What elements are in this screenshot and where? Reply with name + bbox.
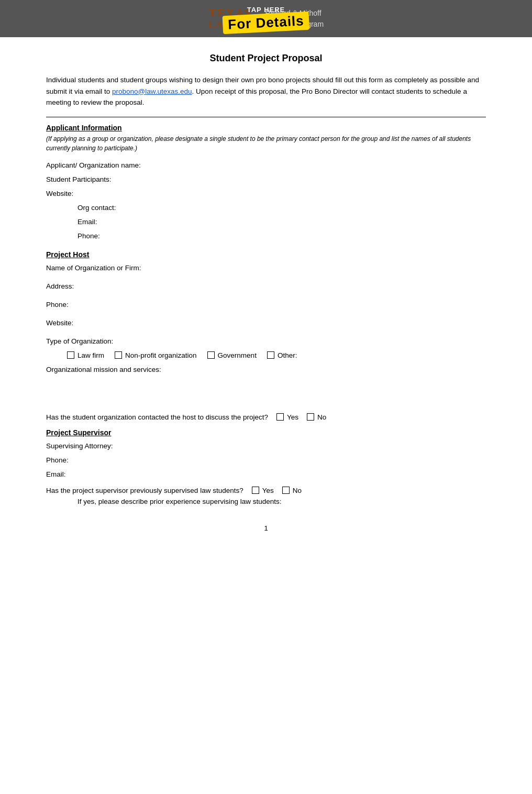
prev-supervised-row: Has the project supervisor previously su… [46, 487, 486, 494]
checkbox-box-contact-yes[interactable] [276, 413, 284, 421]
contact-no-label: No [317, 413, 326, 421]
checkbox-box-contact-no[interactable] [307, 413, 314, 421]
contact-question-text: Has the student organization contacted t… [46, 413, 268, 421]
checkbox-box-supervised-yes[interactable] [252, 487, 259, 494]
tap-overlay[interactable]: TAP HERE For Details [223, 6, 309, 32]
applicant-org-name: Applicant/ Organization name: [46, 158, 486, 172]
host-phone: Phone: [46, 297, 486, 312]
org-type-nonprofit: Non-profit organization [125, 351, 197, 359]
contact-no[interactable]: No [307, 413, 326, 421]
contact-yes-label: Yes [287, 413, 298, 421]
mission-label: Organizational mission and services: [46, 362, 486, 377]
checkbox-law-firm[interactable]: Law firm [67, 351, 104, 359]
host-org-name: Name of Organization or Firm: [46, 261, 486, 275]
org-type-government: Government [218, 351, 257, 359]
org-type-checkboxes: Law firm Non-profit organization Governm… [67, 351, 486, 359]
supervised-no[interactable]: No [282, 487, 302, 494]
section-divider [46, 117, 486, 117]
supervisor-heading: Project Supervisor [46, 428, 486, 437]
host-type-of-org: Type of Organization: [46, 334, 486, 348]
applicant-org-contact: Org contact: [77, 201, 486, 215]
contact-yes[interactable]: Yes [276, 413, 298, 421]
page-title: Student Project Proposal [46, 53, 486, 64]
tap-here-text: TAP HERE [247, 6, 285, 14]
checkbox-box-government[interactable] [207, 351, 215, 359]
applicant-section: Applicant Information (If applying as a … [46, 124, 486, 243]
applicant-subtext: (If applying as a group or organization,… [46, 134, 486, 153]
supervised-yes[interactable]: Yes [252, 487, 274, 494]
project-host-heading: Project Host [46, 250, 486, 259]
checkbox-box-other[interactable] [267, 351, 274, 359]
applicant-phone: Phone: [77, 229, 486, 243]
page-number: 1 [46, 524, 486, 532]
supervised-no-label: No [293, 487, 302, 494]
org-type-other: Other: [278, 351, 297, 359]
email-link[interactable]: probono@law.utexas.edu [112, 87, 192, 95]
checkbox-government[interactable]: Government [207, 351, 257, 359]
host-website: Website: [46, 316, 486, 330]
mission-text-area [46, 377, 486, 408]
org-type-law-firm: Law firm [77, 351, 104, 359]
contact-question-row: Has the student organization contacted t… [46, 413, 486, 421]
checkbox-box-supervised-no[interactable] [282, 487, 290, 494]
for-details-badge[interactable]: For Details [223, 11, 310, 34]
project-host-section: Project Host Name of Organization or Fir… [46, 250, 486, 421]
supervisor-email: Email: [46, 467, 486, 481]
applicant-student-participants: Student Participants: [46, 172, 486, 186]
main-content: Student Project Proposal Individual stud… [15, 37, 517, 553]
checkbox-box-nonprofit[interactable] [115, 351, 122, 359]
checkbox-box-law-firm[interactable] [67, 351, 74, 359]
prev-supervised-question: Has the project supervisor previously su… [46, 487, 243, 494]
if-yes-describe: If yes, please describe prior experience… [77, 494, 486, 509]
checkbox-other[interactable]: Other: [267, 351, 297, 359]
supervisor-phone: Phone: [46, 453, 486, 467]
page-header: TEXAS LAW | Richard & Mithoff Pro Bono P… [0, 0, 532, 37]
applicant-website: Website: [46, 186, 486, 201]
supervisor-attorney: Supervising Attorney: [46, 439, 486, 453]
applicant-email: Email: [77, 215, 486, 229]
intro-paragraph: Individual students and student groups w… [46, 74, 486, 108]
project-supervisor-section: Project Supervisor Supervising Attorney:… [46, 428, 486, 509]
checkbox-nonprofit[interactable]: Non-profit organization [115, 351, 197, 359]
applicant-heading: Applicant Information [46, 124, 486, 132]
supervised-yes-label: Yes [262, 487, 274, 494]
host-address: Address: [46, 279, 486, 293]
